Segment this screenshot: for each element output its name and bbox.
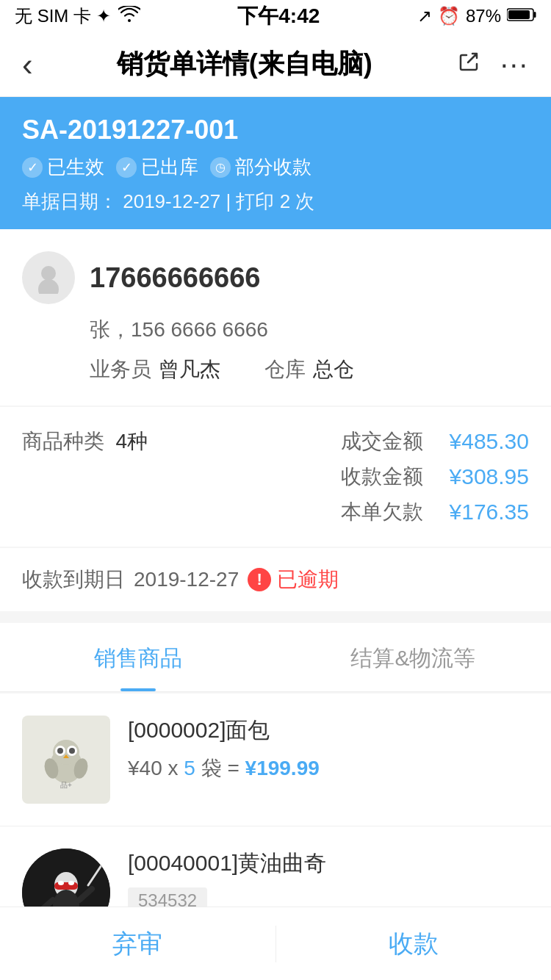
avatar [22,251,75,304]
svg-text:品+: 品+ [60,781,72,789]
svg-point-19 [68,881,74,885]
list-item: 品+ [0000002]面包 ¥40 x 5 袋 = ¥199.99 [0,693,551,826]
badge-effective-label: 已生效 [47,154,104,180]
svg-point-4 [38,279,59,294]
received-value: ¥308.95 [441,464,529,489]
customer-meta: 业务员 曾凡杰 仓库 总仓 [22,356,529,383]
svg-rect-2 [508,10,530,19]
tab-sales-product[interactable]: 销售商品 [0,623,276,691]
location-icon: ↗ [417,6,432,26]
tab-settlement-label: 结算&物流等 [350,646,475,670]
badge-shipped-label: 已出库 [141,154,198,180]
product-name-1: [0000002]面包 [128,716,529,746]
order-id: SA-20191227-001 [22,115,529,145]
nav-right-actions: ··· [456,48,529,81]
customer-row: 17666666666 [22,251,529,304]
due-label: 本单欠款 [341,498,423,526]
badge-effective: ✓ 已生效 [22,154,104,180]
no-sim-label: 无 SIM 卡 ✦ [15,4,111,28]
check-icon-2: ✓ [116,157,137,178]
received-label: 收款金额 [341,463,423,491]
tab-settlement[interactable]: 结算&物流等 [276,623,551,691]
svg-point-10 [69,748,75,754]
deal-amount-label: 成交金额 [341,428,423,455]
alarm-icon: ⏰ [438,6,460,26]
product-total-1: ¥199.99 [245,757,320,779]
badge-shipped: ✓ 已出库 [116,154,198,180]
status-bar: 无 SIM 卡 ✦ 下午4:42 ↗ ⏰ 87% [0,0,551,32]
warehouse-value: 总仓 [313,356,354,383]
summary-section: 商品种类 4种 成交金额 ¥485.30 收款金额 ¥308.95 本单欠款 ¥… [0,407,551,547]
status-bar-right: ↗ ⏰ 87% [417,6,536,26]
warehouse-label: 仓库 [264,356,306,383]
due-date-label: 收款到期日 [22,566,125,594]
deal-amount-value: ¥485.30 [441,429,529,454]
svg-point-18 [58,881,64,885]
tab-sales-product-label: 销售商品 [94,646,182,670]
badge-partial-label: 部分收款 [235,154,311,180]
svg-point-3 [41,266,56,281]
cancel-review-button[interactable]: 弃审 [0,909,276,979]
category-label: 商品种类 [22,430,104,453]
clock-icon: ◷ [210,157,231,178]
svg-rect-17 [54,882,78,890]
svg-point-9 [57,748,63,754]
equals-1: = [227,757,245,779]
back-button[interactable]: ‹ [22,46,33,83]
due-date-value: 2019-12-27 [134,568,239,591]
product-qty-1: 5 [184,757,195,779]
customer-id: 17666666666 [90,262,260,294]
x-label-1: x [168,757,184,779]
product-image-1: 品+ [22,716,110,804]
svg-rect-1 [533,12,536,18]
header-badges: ✓ 已生效 ✓ 已出库 ◷ 部分收款 [22,154,529,180]
status-bar-time: 下午4:42 [237,2,320,30]
salesperson-value: 曾凡杰 [159,356,220,383]
due-section: 收款到期日 2019-12-27 ! 已逾期 [0,548,551,611]
bottom-bar: 弃审 收款 [0,907,551,980]
badge-partial: ◷ 部分收款 [210,154,311,180]
category-value: 4种 [116,430,148,453]
due-row: 本单欠款 ¥176.35 [341,498,529,526]
overdue-label: 已逾期 [277,566,339,594]
more-icon[interactable]: ··· [500,48,529,81]
header-date: 单据日期： 2019-12-27 | 打印 2 次 [22,189,529,215]
product-name-2: [00040001]黄油曲奇 [128,849,529,879]
wifi-icon [118,6,140,26]
product-price-1: ¥40 x 5 袋 = ¥199.99 [128,754,529,782]
product-info-1: [0000002]面包 ¥40 x 5 袋 = ¥199.99 [128,716,529,782]
salesperson-item: 业务员 曾凡杰 [90,356,220,383]
header-banner: SA-20191227-001 ✓ 已生效 ✓ 已出库 ◷ 部分收款 单据日期：… [0,97,551,229]
collect-payment-button[interactable]: 收款 [276,909,552,979]
tabs-section: 销售商品 结算&物流等 [0,623,551,692]
warehouse-item: 仓库 总仓 [264,356,354,383]
nav-bar: ‹ 销货单详情(来自电脑) ··· [0,32,551,97]
overdue-icon: ! [248,568,271,591]
received-row: 收款金额 ¥308.95 [341,463,529,491]
product-unit-1: 袋 [201,757,222,779]
tabs-row: 销售商品 结算&物流等 [0,623,551,692]
deal-amount-row: 成交金额 ¥485.30 [341,428,529,455]
summary-right: 成交金额 ¥485.30 收款金额 ¥308.95 本单欠款 ¥176.35 [341,428,529,526]
battery-icon [507,6,536,26]
customer-phone: 张，156 6666 6666 [22,316,529,344]
page-title: 销货单详情(来自电脑) [117,46,372,82]
customer-section: 17666666666 张，156 6666 6666 业务员 曾凡杰 仓库 总… [0,229,551,406]
product-price-unit-1: ¥40 [128,757,162,779]
status-bar-left: 无 SIM 卡 ✦ [15,4,140,28]
summary-left: 商品种类 4种 [22,428,148,455]
due-value: ¥176.35 [441,500,529,525]
salesperson-label: 业务员 [90,356,151,383]
overdue-badge: ! 已逾期 [248,566,339,594]
share-icon[interactable] [456,48,483,81]
check-icon-1: ✓ [22,157,43,178]
battery-label: 87% [466,6,501,26]
